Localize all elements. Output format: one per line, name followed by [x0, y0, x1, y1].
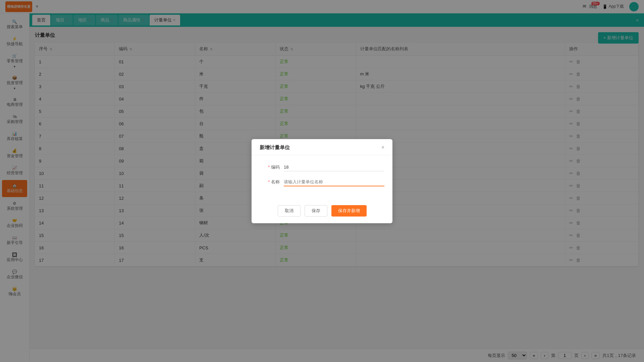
save-button[interactable]: 保存: [305, 205, 327, 217]
modal-close-button[interactable]: ×: [381, 144, 384, 150]
save-add-button[interactable]: 保存并新增: [331, 205, 367, 217]
modal-title: 新增计量单位: [260, 144, 290, 151]
cancel-button[interactable]: 取消: [278, 205, 301, 217]
name-input[interactable]: [284, 178, 384, 186]
name-required-star: *: [268, 179, 270, 184]
name-label: * 名称: [260, 179, 280, 185]
code-label: * 编码: [260, 164, 280, 170]
modal-header: 新增计量单位 ×: [252, 139, 392, 155]
code-input[interactable]: [284, 163, 384, 171]
modal-footer: 取消 保存 保存并新增: [252, 201, 392, 223]
code-required-star: *: [268, 165, 270, 170]
name-form-row: * 名称: [260, 178, 384, 186]
code-form-row: * 编码: [260, 163, 384, 171]
add-unit-modal: 新增计量单位 × * 编码 * 名称 取消 保存 保存并新增: [252, 139, 392, 223]
modal-body: * 编码 * 名称: [252, 155, 392, 201]
modal-overlay: 新增计量单位 × * 编码 * 名称 取消 保存 保存并新增: [0, 0, 644, 362]
